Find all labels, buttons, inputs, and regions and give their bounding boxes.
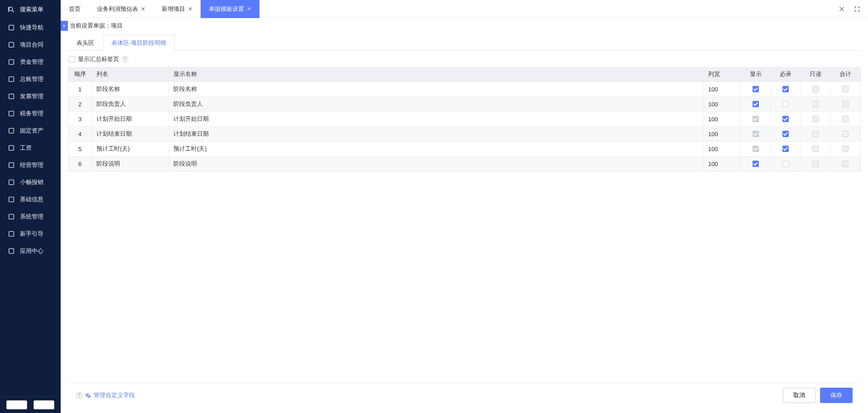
sidebar-item-label: 基础信息 — [20, 195, 43, 204]
total-checkbox — [842, 146, 849, 152]
cell-display[interactable]: 预计工时(天) — [169, 142, 704, 156]
guide-icon — [7, 230, 15, 238]
info-bar: 当前设置单据：项目 — [61, 21, 864, 31]
show-checkbox — [753, 146, 759, 152]
search-menu[interactable]: 搜索菜单 — [0, 0, 61, 19]
close-icon[interactable]: ✕ — [247, 6, 251, 12]
settings-button[interactable] — [6, 400, 27, 409]
manage-custom-fields-link[interactable]: 管理自定义字段 — [94, 391, 135, 399]
readonly-checkbox — [812, 116, 819, 122]
cell-width[interactable]: 100 — [704, 142, 741, 156]
required-checkbox[interactable] — [782, 161, 789, 167]
cell-width[interactable]: 100 — [704, 127, 741, 141]
cell-display[interactable]: 计划开始日期 — [169, 112, 704, 126]
sidebar-item-3[interactable]: 总账管理 — [0, 71, 61, 88]
sidebar-item-label: 快捷导航 — [20, 24, 43, 32]
cell-display[interactable]: 计划结束日期 — [169, 127, 704, 141]
sidebar-item-1[interactable]: 项目合同 — [0, 36, 61, 53]
table-row: 2阶段负责人阶段负责人100 — [68, 97, 860, 112]
svg-rect-11 — [9, 163, 14, 168]
tab-label: 新增项目 — [162, 5, 185, 13]
tab-0[interactable]: 首页 — [61, 0, 89, 18]
th-total: 合计 — [830, 67, 860, 81]
tab-2[interactable]: 新增项目✕ — [153, 0, 201, 18]
show-checkbox[interactable] — [753, 86, 759, 92]
cell-display[interactable]: 阶段负责人 — [169, 97, 704, 111]
sidebar-item-11[interactable]: 系统管理 — [0, 208, 61, 225]
cell-display[interactable]: 阶段名称 — [169, 82, 704, 96]
sidebar-item-label: 小畅报销 — [20, 178, 43, 186]
tab-3[interactable]: 单据模板设置✕ — [201, 0, 259, 18]
svg-rect-4 — [9, 43, 14, 47]
system-icon — [7, 213, 15, 221]
sidebar-item-0[interactable]: 快捷导航 — [0, 19, 61, 36]
columns-table: 顺序 列名 显示名称 列宽 显示 必录 只读 合计 1阶段名称阶段名称1002阶… — [68, 67, 861, 171]
table-row: 4计划结束日期计划结束日期100 — [68, 127, 860, 142]
required-checkbox[interactable] — [782, 131, 789, 137]
sidebar-item-8[interactable]: 经营管理 — [0, 157, 61, 174]
cell-width[interactable]: 100 — [704, 82, 741, 96]
save-button[interactable]: 保存 — [820, 388, 853, 403]
th-order: 顺序 — [68, 67, 92, 81]
close-all-tabs-button[interactable] — [837, 5, 846, 14]
required-checkbox[interactable] — [782, 146, 789, 152]
cell-colname: 预计工时(天) — [92, 142, 169, 156]
show-checkbox — [753, 131, 759, 137]
cell-order: 3 — [68, 112, 92, 126]
cell-width[interactable]: 100 — [704, 112, 741, 126]
svg-line-1 — [12, 10, 14, 12]
sidebar-item-label: 工资 — [20, 144, 32, 152]
show-checkbox[interactable] — [753, 101, 759, 107]
sidebar-item-12[interactable]: 新手引导 — [0, 225, 61, 242]
cell-width[interactable]: 100 — [704, 157, 741, 171]
show-checkbox — [753, 116, 759, 122]
total-checkbox — [842, 131, 849, 137]
th-readonly: 只读 — [801, 67, 830, 81]
help-icon[interactable]: ? — [122, 56, 128, 62]
show-checkbox[interactable] — [753, 161, 759, 167]
fullscreen-button[interactable] — [853, 5, 862, 14]
table-row: 5预计工时(天)预计工时(天)100 — [68, 142, 860, 157]
svg-rect-14 — [9, 214, 14, 219]
show-total-tab-checkbox[interactable] — [69, 56, 75, 62]
sidebar-item-10[interactable]: 基础信息 — [0, 191, 61, 208]
sidebar-item-7[interactable]: 工资 — [0, 139, 61, 157]
collapse-sidebar-button[interactable] — [34, 400, 54, 409]
close-icon[interactable]: ✕ — [188, 6, 192, 12]
sidebar-item-4[interactable]: 发票管理 — [0, 88, 61, 105]
tab-label: 单据模板设置 — [209, 5, 244, 13]
readonly-checkbox — [812, 161, 819, 167]
tab-1[interactable]: 业务利润预估表✕ — [89, 0, 153, 18]
cell-colname: 计划开始日期 — [92, 112, 169, 126]
expand-panel-button[interactable] — [61, 21, 68, 31]
sidebar-item-6[interactable]: 固定资产 — [0, 122, 61, 139]
readonly-checkbox — [812, 86, 819, 92]
required-checkbox[interactable] — [782, 86, 789, 92]
sidebar-item-5[interactable]: 税务管理 — [0, 105, 61, 122]
sidebar-item-2[interactable]: 资金管理 — [0, 53, 61, 71]
apps-icon — [7, 247, 15, 255]
th-width: 列宽 — [704, 67, 741, 81]
sidebar-item-9[interactable]: 小畅报销 — [0, 174, 61, 191]
cell-width[interactable]: 100 — [704, 97, 741, 111]
inner-tab-1[interactable]: 表体区-项目阶段明细 — [103, 35, 175, 51]
footer-help-icon[interactable]: ? — [76, 392, 82, 399]
sidebar-item-13[interactable]: 应用中心 — [0, 242, 61, 260]
required-checkbox[interactable] — [782, 116, 789, 122]
footer: ? 管理自定义字段 取消 保存 — [68, 383, 861, 408]
biz-icon — [7, 161, 15, 169]
svg-rect-6 — [9, 77, 14, 82]
cancel-button[interactable]: 取消 — [783, 388, 815, 403]
svg-rect-3 — [9, 25, 14, 30]
svg-point-0 — [9, 7, 13, 11]
current-doc-label: 当前设置单据：项目 — [70, 22, 123, 30]
cell-order: 1 — [68, 82, 92, 96]
inner-tab-0[interactable]: 表头区 — [68, 35, 103, 51]
svg-rect-8 — [9, 111, 14, 116]
required-checkbox[interactable] — [782, 101, 789, 107]
cell-display[interactable]: 阶段说明 — [169, 157, 704, 171]
readonly-checkbox — [812, 131, 819, 137]
close-icon[interactable]: ✕ — [141, 6, 145, 12]
svg-rect-16 — [9, 249, 14, 254]
readonly-checkbox — [812, 146, 819, 152]
